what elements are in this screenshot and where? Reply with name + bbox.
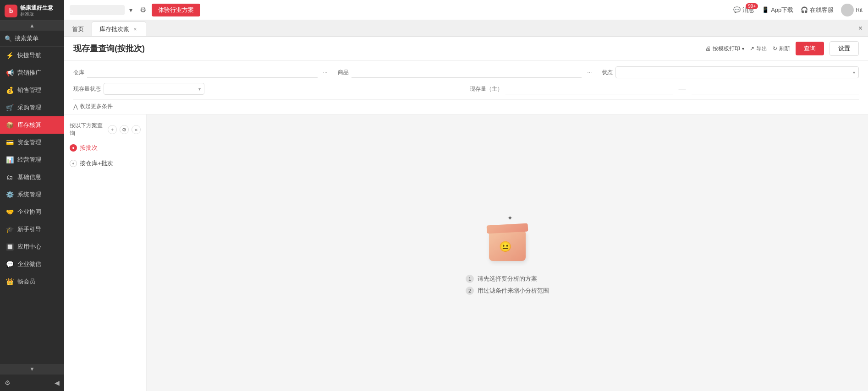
- sidebar-item-appstore[interactable]: 🔲 应用中心: [0, 238, 64, 255]
- sidebar-item-label-finance: 资金管理: [17, 138, 41, 147]
- marketing-icon: 📢: [5, 69, 14, 77]
- messages-btn[interactable]: 💬 消息 99+: [733, 6, 754, 14]
- inventory-qty-label: 现存量（主）: [470, 85, 503, 93]
- finance-icon: 💳: [5, 138, 14, 147]
- warehouse-input[interactable]: [87, 67, 318, 78]
- user-avatar-area[interactable]: Rit: [841, 4, 863, 16]
- sidebar-item-system[interactable]: ⚙️ 系统管理: [0, 186, 64, 203]
- inv-status-select-wrapper: ▾: [104, 83, 204, 95]
- sidebar-item-inventory[interactable]: 📦 库存核算: [0, 116, 64, 134]
- status-label: 状态: [602, 69, 613, 76]
- sidebar-title-block: 畅康通好生意 标准版: [20, 5, 53, 17]
- breadcrumb-dropdown-btn[interactable]: ▾: [127, 5, 134, 15]
- sidebar-item-label-operation: 经营管理: [17, 156, 41, 164]
- inv-status-select[interactable]: [104, 83, 204, 95]
- goods-label: 商品: [338, 69, 349, 76]
- body-area: 按以下方案查询 + ⚙ « ● 按批次 ● 按仓库+批次: [64, 114, 868, 391]
- scheme-label-by-batch: 按批次: [80, 144, 98, 152]
- export-btn[interactable]: ↗ 导出: [750, 45, 767, 53]
- scheme-item-by-batch[interactable]: ● 按批次: [64, 140, 146, 156]
- tab-close-btn[interactable]: ×: [132, 26, 138, 33]
- sidebar-item-member[interactable]: 👑 畅会员: [0, 273, 64, 290]
- online-service-btn[interactable]: 🎧 在线客服: [801, 6, 834, 14]
- settings-btn[interactable]: 设置: [830, 41, 859, 56]
- tip-num-2: 2: [466, 287, 474, 295]
- refresh-btn[interactable]: ↻ 刷新: [773, 45, 790, 53]
- tab-home[interactable]: 首页: [64, 22, 92, 36]
- search-icon: 🔍: [5, 35, 12, 42]
- sidebar-item-sales[interactable]: 💰 销售管理: [0, 81, 64, 99]
- inventory-qty-from[interactable]: [505, 84, 673, 94]
- scheme-list: ● 按批次 ● 按仓库+批次: [64, 140, 146, 171]
- sidebar-search-item[interactable]: 🔍 搜索菜单: [0, 31, 64, 47]
- sidebar-item-basic[interactable]: 🗂 基础信息: [0, 168, 64, 186]
- status-select[interactable]: [615, 66, 859, 78]
- sidebar-item-label-purchase: 采购管理: [17, 103, 41, 112]
- add-scheme-btn[interactable]: +: [108, 125, 117, 134]
- sidebar-item-label-member: 畅会员: [17, 277, 35, 286]
- appstore-icon: 🔲: [5, 243, 14, 251]
- content-area: 现存量查询(按批次) 🖨 按模板打印 ▾ ↗ 导出 ↻ 刷新 查询 设置: [64, 37, 868, 391]
- sidebar-item-quick-nav[interactable]: ⚡ 快捷导航: [0, 47, 64, 64]
- trial-industry-btn[interactable]: 体验行业方案: [152, 4, 200, 16]
- sidebar-item-finance[interactable]: 💳 资金管理: [0, 134, 64, 151]
- sidebar: b 畅康通好生意 标准版 ▲ 🔍 搜索菜单 ⚡ 快捷导航 📢 营销推广 💰 销售…: [0, 0, 64, 391]
- sidebar-item-newbie[interactable]: 🎓 新手引导: [0, 221, 64, 238]
- goods-input[interactable]: [352, 67, 582, 78]
- export-icon: ↗: [750, 45, 754, 52]
- collapse-btn[interactable]: ⋀ 收起更多条件: [73, 103, 113, 110]
- sidebar-scroll-up[interactable]: ▲: [0, 21, 64, 31]
- collapse-up-icon: ⋀: [73, 103, 78, 110]
- right-content: 😐 ✦ 1 请先选择要分析的方案 2 用过滤条件来缩小分析范围: [147, 114, 868, 391]
- sidebar-item-label-system: 系统管理: [17, 190, 41, 199]
- sidebar-scroll-down[interactable]: ▼: [0, 364, 64, 374]
- page-close-btn[interactable]: ×: [858, 24, 863, 33]
- topbar-left: ▾ ⚙ 体验行业方案: [70, 4, 730, 16]
- warehouse-label: 仓库: [73, 69, 84, 76]
- refresh-label: 刷新: [779, 45, 790, 53]
- sidebar-item-purchase[interactable]: 🛒 采购管理: [0, 99, 64, 116]
- app-download-btn[interactable]: 📱 App下载: [762, 6, 793, 14]
- tab-inventory-batch-label: 库存批次账: [99, 25, 129, 33]
- collapse-label: 收起更多条件: [80, 103, 113, 110]
- company-name: 畅康通好生意: [20, 5, 53, 11]
- goods-more-btn[interactable]: ···: [584, 68, 594, 76]
- quick-nav-icon: ⚡: [5, 51, 14, 60]
- status-select-wrapper: ▾: [615, 66, 859, 78]
- inventory-qty-to[interactable]: [692, 84, 859, 94]
- scheme-label-by-warehouse-batch: 按仓库+批次: [80, 159, 113, 168]
- topbar: ▾ ⚙ 体验行业方案 💬 消息 99+ 📱 App下载 🎧 在线客服 Rit: [64, 0, 868, 20]
- inventory-status-label: 现存量状态: [73, 85, 101, 93]
- sidebar-item-label-newbie: 新手引导: [17, 225, 41, 234]
- sidebar-item-operation[interactable]: 📊 经营管理: [0, 151, 64, 168]
- tab-home-label: 首页: [72, 25, 84, 33]
- inventory-qty-dash: —: [676, 85, 689, 93]
- print-dropdown-icon: ▾: [742, 46, 744, 51]
- sidebar-item-label-basic: 基础信息: [17, 173, 41, 181]
- page-title: 现存量查询(按批次): [73, 43, 145, 54]
- sidebar-item-marketing[interactable]: 📢 营销推广: [0, 64, 64, 81]
- topbar-gear-btn[interactable]: ⚙: [137, 5, 149, 15]
- page-actions: 🖨 按模板打印 ▾ ↗ 导出 ↻ 刷新 查询 设置: [705, 41, 859, 56]
- panel-collapse-btn[interactable]: «: [132, 125, 141, 134]
- scheme-settings-btn[interactable]: ⚙: [120, 125, 129, 134]
- avatar: [841, 4, 854, 16]
- page-header: 现存量查询(按批次) 🖨 按模板打印 ▾ ↗ 导出 ↻ 刷新 查询 设置: [64, 37, 868, 61]
- filter-row-1: 仓库 ··· 商品 ··· 状态 ▾: [73, 66, 859, 78]
- sidebar-item-enterprise[interactable]: 🤝 企业协同: [0, 203, 64, 221]
- headset-icon: 🎧: [801, 6, 808, 13]
- print-template-btn[interactable]: 🖨 按模板打印 ▾: [705, 45, 744, 53]
- tab-inventory-batch[interactable]: 库存批次账 ×: [92, 22, 146, 36]
- warehouse-more-btn[interactable]: ···: [320, 68, 330, 76]
- sidebar-item-label-quick-nav: 快捷导航: [17, 51, 41, 60]
- tabbar: 首页 库存批次账 × ×: [64, 20, 868, 37]
- sidebar-item-wechat[interactable]: 💬 企业微信: [0, 255, 64, 273]
- message-icon: 💬: [733, 6, 741, 13]
- query-btn[interactable]: 查询: [796, 42, 824, 55]
- collapse-icon[interactable]: ◀: [55, 379, 60, 386]
- breadcrumb-input[interactable]: [70, 5, 125, 15]
- username-label: Rit: [856, 7, 863, 13]
- app-download-label: App下载: [771, 6, 793, 14]
- settings-icon[interactable]: ⚙: [5, 379, 11, 386]
- scheme-item-by-warehouse-batch[interactable]: ● 按仓库+批次: [64, 156, 146, 171]
